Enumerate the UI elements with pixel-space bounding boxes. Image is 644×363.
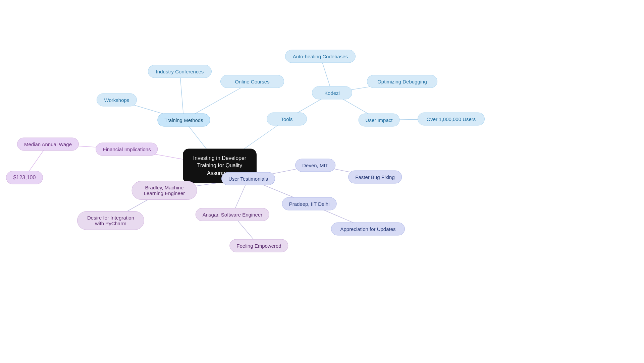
- node-training_methods[interactable]: Training Methods: [157, 114, 210, 127]
- node-tools[interactable]: Tools: [267, 113, 307, 126]
- svg-line-1: [180, 71, 184, 120]
- node-over_million[interactable]: Over 1,000,000 Users: [418, 113, 485, 126]
- node-industry_conferences[interactable]: Industry Conferences: [148, 65, 212, 78]
- node-pradeep[interactable]: Pradeep, IIT Delhi: [282, 197, 337, 210]
- node-optimizing_debugging[interactable]: Optimizing Debugging: [367, 75, 437, 88]
- node-financial_implications[interactable]: Financial Implications: [96, 143, 158, 156]
- node-salary[interactable]: $123,100: [6, 171, 43, 184]
- node-user_testimonials[interactable]: User Testimonials: [221, 172, 275, 185]
- node-median_annual_wage[interactable]: Median Annual Wage: [17, 138, 79, 151]
- node-ansgar[interactable]: Ansgar, Software Engineer: [196, 208, 269, 221]
- node-deven_mit[interactable]: Deven, MIT: [295, 159, 335, 172]
- mind-map: Investing in Developer Training for Qual…: [0, 0, 644, 363]
- node-desire_integration[interactable]: Desire for Integration with PyCharm: [77, 211, 144, 230]
- node-auto_healing[interactable]: Auto-healing Codebases: [285, 50, 356, 63]
- node-faster_bug[interactable]: Faster Bug Fixing: [348, 171, 402, 184]
- node-feeling_empowered[interactable]: Feeling Empowered: [229, 239, 288, 252]
- node-appreciation[interactable]: Appreciation for Updates: [331, 223, 405, 236]
- node-kodezi[interactable]: Kodezi: [312, 86, 352, 100]
- node-bradley[interactable]: Bradley, Machine Learning Engineer: [132, 181, 197, 200]
- node-user_impact[interactable]: User Impact: [359, 114, 400, 127]
- node-online_courses[interactable]: Online Courses: [220, 75, 284, 88]
- node-workshops[interactable]: Workshops: [97, 94, 137, 107]
